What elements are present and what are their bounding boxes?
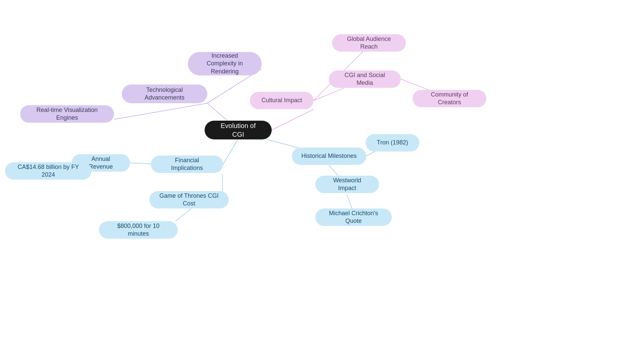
cultural-impact-node: Cultural Impact [250, 92, 314, 109]
increased-complexity-node: Increased Complexity in Rendering [188, 52, 262, 75]
center-node: Evolution of CGI [205, 121, 272, 139]
michael-crichton-node: Michael Crichton's Quote [315, 208, 392, 226]
historical-milestones-node: Historical Milestones [292, 147, 366, 165]
svg-line-11 [222, 139, 238, 166]
ca14-billion-node: CA$14.68 billion by FY 2024 [5, 162, 92, 180]
technological-advancements-node: Technological Advancements [122, 84, 207, 103]
cgi-social-media-node: CGI and Social Media [329, 70, 401, 88]
tron-node: Tron (1982) [366, 134, 419, 152]
community-of-creators-node: Community of Creators [413, 90, 486, 107]
svg-line-2 [114, 103, 207, 119]
800k-node: $800,000 for 10 minutes [99, 221, 178, 239]
svg-line-3 [272, 109, 314, 130]
financial-implications-node: Financial Implications [151, 156, 223, 173]
realtime-visualization-node: Real-time Visualization Engines [20, 105, 114, 123]
game-of-thrones-node: Game of Thrones CGI Cost [149, 191, 229, 208]
westworld-impact-node: Westworld Impact [315, 176, 379, 193]
global-audience-node: Global Audience Reach [332, 34, 406, 52]
